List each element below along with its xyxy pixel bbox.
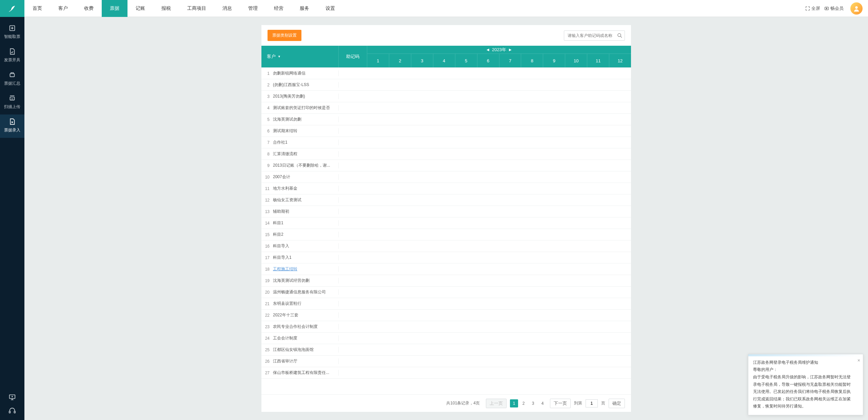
- search-input[interactable]: [564, 30, 625, 41]
- panel: 票据类别设置 客户 ▼ 助记码: [261, 25, 631, 412]
- nav-item-3[interactable]: 票据: [102, 0, 127, 17]
- th-month[interactable]: 2: [389, 54, 411, 67]
- table-row[interactable]: 5沈海英测试勿删: [261, 114, 631, 125]
- pager-page[interactable]: 2: [519, 399, 528, 407]
- nav-item-0[interactable]: 首页: [24, 0, 50, 17]
- search-wrap: [564, 30, 625, 41]
- nav-item-4[interactable]: 记账: [127, 0, 153, 17]
- svg-rect-7: [14, 411, 16, 413]
- table-row[interactable]: 23农民专业合作社会计制度: [261, 321, 631, 333]
- row-index: 25: [261, 348, 272, 352]
- monitor-icon[interactable]: [8, 394, 16, 401]
- table-row[interactable]: 13辅助期初: [261, 206, 631, 217]
- table-row[interactable]: 15科目2: [261, 229, 631, 240]
- pager-page[interactable]: 1: [510, 399, 518, 407]
- th-customer[interactable]: 客户 ▼: [261, 46, 339, 67]
- table-row[interactable]: 26江西省审计厅: [261, 356, 631, 367]
- sidebar-item-2[interactable]: 票据汇总: [0, 68, 24, 91]
- pager-confirm[interactable]: 确定: [609, 399, 625, 408]
- year-next-icon[interactable]: ▶: [509, 48, 512, 51]
- table-row[interactable]: 24工会会计制度: [261, 333, 631, 344]
- th-month[interactable]: 12: [609, 54, 631, 67]
- row-name: 科目1: [272, 220, 339, 226]
- table-row[interactable]: 6测试期末结转: [261, 125, 631, 137]
- nav-item-6[interactable]: 工商项目: [179, 0, 214, 17]
- table-row[interactable]: 27保山市板桥建筑工程有限责任...: [261, 367, 631, 379]
- th-month[interactable]: 5: [455, 54, 477, 67]
- th-month[interactable]: 6: [477, 54, 499, 67]
- th-month[interactable]: 4: [433, 54, 455, 67]
- table-row[interactable]: 14科目1: [261, 217, 631, 229]
- nav-item-7[interactable]: 消息: [214, 0, 240, 17]
- sidebar-item-0[interactable]: 智能取票: [0, 21, 24, 44]
- table-row[interactable]: 20温州畅捷通信息服务有限公司: [261, 287, 631, 298]
- table-row[interactable]: 18工程施工结转: [261, 264, 631, 275]
- row-index: 23: [261, 324, 272, 329]
- pager-prev[interactable]: 上一页: [486, 399, 507, 408]
- sidebar-item-1[interactable]: 发票开具: [0, 44, 24, 68]
- nav-item-2[interactable]: 收费: [76, 0, 102, 17]
- nav-item-1[interactable]: 客户: [50, 0, 76, 17]
- nav-item-8[interactable]: 管理: [240, 0, 266, 17]
- table-row[interactable]: 21东明县设置鞋行: [261, 298, 631, 310]
- th-month[interactable]: 7: [499, 54, 521, 67]
- table-body[interactable]: 1勿删新锐网络通信2(勿删)江西服宝-LSS32013(陶美芳勿删)4测试账套的…: [261, 67, 631, 394]
- fullscreen-toggle[interactable]: 全屏: [805, 5, 820, 12]
- th-customer-label: 客户: [267, 54, 276, 60]
- sidebar-item-4[interactable]: 票据录入: [0, 114, 24, 138]
- table-row[interactable]: 1勿删新锐网络通信: [261, 68, 631, 79]
- headset-icon[interactable]: [8, 407, 16, 415]
- th-month[interactable]: 10: [565, 54, 587, 67]
- row-index: 27: [261, 371, 272, 375]
- table-row[interactable]: 102007会计: [261, 171, 631, 183]
- pager-jump-input[interactable]: [586, 399, 598, 407]
- table-row[interactable]: 92013日记账（不要删除哈，谢...: [261, 160, 631, 171]
- th-month[interactable]: 9: [543, 54, 565, 67]
- th-month[interactable]: 11: [587, 54, 609, 67]
- table-row[interactable]: 8汇算清缴流程: [261, 148, 631, 160]
- play-icon: [824, 6, 829, 11]
- th-months: ◀ 2023年 ▶ 123456789101112: [367, 46, 631, 67]
- th-month[interactable]: 3: [411, 54, 433, 67]
- year-prev-icon[interactable]: ◀: [487, 48, 489, 51]
- table-row[interactable]: 2(勿删)江西服宝-LSS: [261, 79, 631, 91]
- row-name: 工程施工结转: [272, 266, 339, 272]
- table-row[interactable]: 7合作社1: [261, 137, 631, 148]
- sidebar-icon-1: [8, 48, 16, 55]
- table-row[interactable]: 32013(陶美芳勿删): [261, 91, 631, 102]
- row-name: 沈海英测试经营勿删: [272, 278, 339, 284]
- th-month[interactable]: 8: [521, 54, 543, 67]
- pager-page[interactable]: 3: [529, 399, 537, 407]
- table-row[interactable]: 222022年十三套: [261, 310, 631, 321]
- row-name: 勿删新锐网络通信: [272, 70, 339, 76]
- row-index: 19: [261, 278, 272, 283]
- feather-icon: [7, 4, 17, 13]
- table-row[interactable]: 12杨仙女工资测试: [261, 194, 631, 206]
- nav-item-5[interactable]: 报税: [153, 0, 179, 17]
- row-link[interactable]: 工程施工结转: [273, 267, 297, 271]
- table-row[interactable]: 17科目导入1: [261, 252, 631, 264]
- table-row[interactable]: 16科目导入: [261, 240, 631, 252]
- table-row[interactable]: 19沈海英测试经营勿删: [261, 275, 631, 287]
- jump-prefix: 到第: [574, 400, 582, 406]
- th-month[interactable]: 1: [367, 54, 389, 67]
- row-index: 3: [261, 94, 272, 99]
- sidebar-item-3[interactable]: 扫描上传: [0, 91, 24, 114]
- search-icon[interactable]: [617, 33, 623, 39]
- notice-close-icon[interactable]: ×: [857, 356, 860, 365]
- row-index: 9: [261, 163, 272, 168]
- table-row[interactable]: 11地方水利基金: [261, 183, 631, 194]
- nav-item-9[interactable]: 经营: [266, 0, 292, 17]
- table-row[interactable]: 25江都区仙女镇泡泡面馆: [261, 344, 631, 356]
- row-name: 科目2: [272, 232, 339, 237]
- svg-rect-3: [10, 74, 15, 77]
- member-link[interactable]: 畅会员: [824, 5, 844, 12]
- nav-item-10[interactable]: 服务: [292, 0, 317, 17]
- settings-button[interactable]: 票据类别设置: [268, 30, 301, 41]
- pager-page[interactable]: 4: [538, 399, 547, 407]
- table-row[interactable]: 4测试账套的凭证打印的时候是否: [261, 102, 631, 114]
- nav-item-11[interactable]: 设置: [317, 0, 343, 17]
- user-avatar[interactable]: [850, 2, 863, 15]
- row-name: 科目导入1: [272, 255, 339, 260]
- pager-next[interactable]: 下一页: [550, 399, 571, 408]
